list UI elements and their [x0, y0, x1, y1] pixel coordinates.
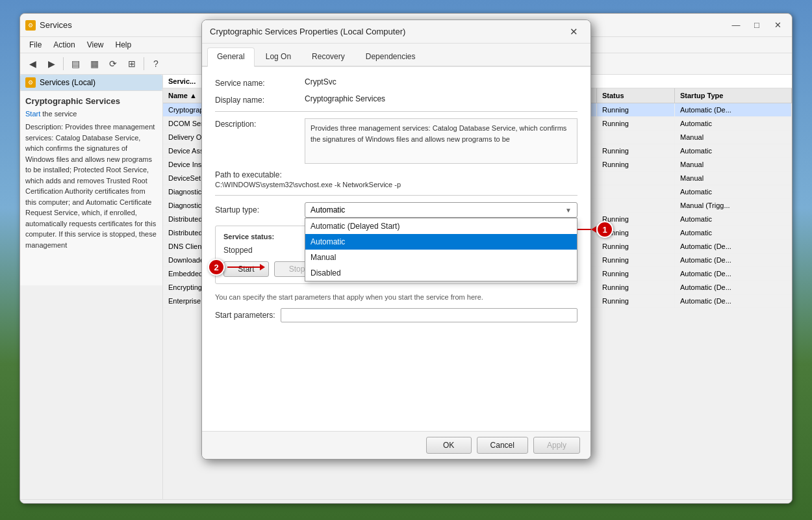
- service-name-value: CryptSvc: [305, 77, 336, 86]
- dialog-title: Cryptographic Services Properties (Local…: [210, 27, 565, 36]
- annotation-arrow-2: [227, 266, 260, 268]
- tab-general[interactable]: General: [207, 47, 255, 67]
- dialog-titlebar: Cryptographic Services Properties (Local…: [202, 20, 590, 44]
- description-row: Description: Provides three management s…: [215, 118, 577, 164]
- params-hint: You can specify the start parameters tha…: [215, 292, 577, 303]
- description-label: Description:: [215, 118, 299, 129]
- params-input[interactable]: [281, 308, 577, 322]
- dropdown-arrow-icon: ▼: [565, 207, 572, 214]
- tab-dependencies[interactable]: Dependencies: [356, 47, 425, 66]
- dialog-footer: OK Cancel Apply: [202, 431, 590, 459]
- cancel-button[interactable]: Cancel: [477, 437, 528, 454]
- display-name-row: Display name: Cryptographic Services: [215, 94, 577, 105]
- start-params-row: You can specify the start parameters tha…: [215, 292, 577, 322]
- dialog-content: Service name: CryptSvc Display name: Cry…: [202, 67, 590, 431]
- startup-type-select[interactable]: Automatic ▼: [305, 202, 577, 218]
- path-value: C:\WINDOWS\system32\svchost.exe -k Netwo…: [215, 181, 577, 188]
- option-disabled[interactable]: Disabled: [305, 265, 577, 281]
- option-automatic[interactable]: Automatic: [305, 234, 577, 250]
- separator-1: [215, 111, 577, 112]
- ok-button[interactable]: OK: [426, 437, 472, 454]
- separator-2: [215, 195, 577, 196]
- startup-type-value: Automatic: [311, 205, 565, 214]
- properties-dialog: Cryptographic Services Properties (Local…: [201, 20, 591, 460]
- startup-dropdown-container: Automatic ▼ Automatic (Delayed Start) Au…: [305, 202, 577, 218]
- path-label: Path to executable:: [215, 170, 577, 179]
- tab-logon[interactable]: Log On: [256, 47, 301, 66]
- service-name-label: Service name:: [215, 77, 299, 88]
- startup-type-row: Startup type: Automatic ▼ Automatic (Del…: [215, 202, 577, 218]
- path-row: Path to executable: C:\WINDOWS\system32\…: [215, 170, 577, 188]
- dialog-tabs: General Log On Recovery Dependencies: [202, 44, 590, 67]
- annotation-circle-1: 1: [596, 221, 613, 238]
- dialog-overlay: Cryptographic Services Properties (Local…: [0, 0, 812, 520]
- display-name-label: Display name:: [215, 94, 299, 105]
- startup-type-label: Startup type:: [215, 205, 299, 214]
- apply-button[interactable]: Apply: [533, 437, 580, 454]
- display-name-value: Cryptographic Services: [305, 94, 385, 103]
- params-input-row: Start parameters:: [215, 308, 577, 322]
- params-label: Start parameters:: [215, 311, 275, 320]
- startup-dropdown-list: Automatic (Delayed Start) Automatic Manu…: [305, 218, 577, 281]
- service-name-row: Service name: CryptSvc: [215, 77, 577, 88]
- tab-recovery[interactable]: Recovery: [302, 47, 355, 66]
- option-automatic-delayed[interactable]: Automatic (Delayed Start): [305, 218, 577, 234]
- annotation-2-group: 2: [208, 259, 260, 276]
- option-manual[interactable]: Manual: [305, 250, 577, 265]
- description-box: Provides three management services: Cata…: [305, 118, 577, 164]
- annotation-circle-2: 2: [208, 259, 225, 276]
- dialog-close-button[interactable]: ✕: [565, 25, 583, 38]
